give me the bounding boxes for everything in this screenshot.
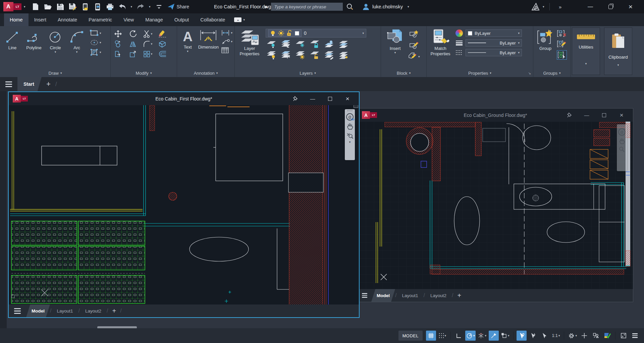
layer-properties-button[interactable]: Layer Properties (237, 29, 262, 60)
ribbon-tab-output[interactable]: Output (169, 13, 195, 26)
window-ground-minimize-button[interactable]: — (578, 109, 595, 122)
close-button[interactable]: × (621, 0, 641, 13)
navbar1-steering-wheel-icon[interactable]: @2D (346, 113, 354, 121)
selection-cycling-toggle[interactable] (517, 331, 527, 341)
save-to-web-mobile-icon[interactable] (94, 3, 102, 11)
graphics-performance-button[interactable] (602, 331, 612, 341)
offset-button[interactable] (158, 50, 167, 58)
navbar2-pan-icon[interactable] (619, 138, 625, 144)
properties-dialog-launcher-icon[interactable]: ↘ (528, 71, 531, 75)
ribbon-tab-parametric[interactable]: Parametric (83, 13, 118, 26)
annotation-autoscale-toggle[interactable] (539, 331, 549, 341)
title-expand-arrow-icon[interactable]: ▶ (265, 5, 268, 9)
layer-unlock-icon[interactable] (287, 30, 292, 36)
match-properties-button[interactable]: Match Properties (429, 29, 452, 56)
group-edit-button[interactable] (557, 40, 567, 48)
lineweight-dropdown[interactable]: ByLayer ▾ (466, 39, 522, 47)
navbar1-pan-icon[interactable] (346, 123, 353, 130)
layer-color-swatch[interactable] (295, 31, 299, 36)
fillet-button[interactable]: ▾ (143, 40, 153, 48)
layer-match-button[interactable] (338, 40, 348, 49)
ribbon-tab-collaborate[interactable]: Collaborate (195, 13, 231, 26)
file-tab-menu-icon[interactable] (0, 77, 17, 91)
undo-icon[interactable] (118, 3, 126, 11)
window-first-floor[interactable]: A LT Eco Cabin_First Floor.dwg* — × (8, 91, 360, 318)
workspace-settings-gear[interactable]: ▾ (567, 331, 578, 341)
app-menu-chevron-icon[interactable]: ▾ (24, 5, 25, 8)
clean-screen-button[interactable] (619, 331, 629, 341)
first-new-layout-button[interactable]: + (108, 304, 120, 317)
save-as-icon[interactable] (69, 3, 77, 11)
ground-tab-layout1[interactable]: Layout1 (396, 289, 423, 302)
navbar2-zoom-icon[interactable] (619, 146, 625, 152)
linear-dimension-chevron-icon[interactable]: ▾ (231, 31, 232, 35)
scale-button[interactable] (129, 50, 137, 58)
undo-chevron-icon[interactable]: ▾ (131, 5, 132, 8)
leader-button[interactable]: ▾ (221, 38, 232, 45)
window-first-tab-menu-icon[interactable] (9, 304, 26, 317)
open-file-icon[interactable] (44, 3, 52, 11)
layer-thaw-sun-icon[interactable] (278, 30, 284, 36)
move-button[interactable] (114, 30, 122, 38)
circle-chevron-icon[interactable]: ▾ (55, 51, 56, 54)
open-from-web-mobile-icon[interactable] (81, 3, 89, 11)
edit-block-button[interactable] (408, 41, 420, 50)
navbar2-grip[interactable] (619, 125, 625, 126)
window-ground-navigation-bar[interactable]: @ (617, 124, 627, 171)
edit-attributes-button[interactable]: ▾ (408, 52, 420, 61)
ribbon-display-toggle-icon[interactable]: ▴ (234, 17, 241, 22)
text-chevron-icon[interactable]: ▾ (187, 50, 189, 53)
restore-button[interactable] (600, 0, 621, 13)
window-ground-floor[interactable]: A LT Eco Cabin_Ground Floor.dwg* — × (358, 108, 633, 302)
redo-chevron-icon[interactable]: ▾ (149, 5, 151, 8)
window-first-maximize-button[interactable] (321, 92, 339, 105)
crosshair-customization-button[interactable] (579, 331, 589, 341)
ellipse-chevron-icon[interactable]: ▾ (100, 41, 101, 44)
group-button[interactable]: Group (536, 29, 555, 60)
model-canvas-first[interactable] (9, 105, 359, 304)
first-tab-layout1[interactable]: Layout1 (51, 304, 78, 317)
autodesk-logo-icon[interactable] (532, 3, 540, 11)
create-block-button[interactable] (408, 29, 420, 38)
expand-toolbar-icon[interactable]: » (559, 0, 562, 13)
plot-icon[interactable] (106, 3, 114, 11)
ungroup-button[interactable] (557, 29, 567, 38)
trim-button[interactable]: ▾ (143, 30, 153, 38)
window-first-content[interactable]: @2D ▾ (9, 105, 359, 304)
linetype-icon[interactable] (455, 50, 463, 55)
hatch-button[interactable]: ▾ (90, 48, 101, 56)
rectangle-chevron-icon[interactable]: ▾ (100, 32, 101, 35)
window-first-close-button[interactable]: × (339, 92, 356, 105)
isometric-drafting-toggle[interactable]: ▾ (477, 331, 487, 341)
ribbon-tab-insert[interactable]: Insert (29, 13, 52, 26)
panel-draw-label[interactable]: Draw▾ (0, 71, 110, 76)
first-tab-model[interactable]: Model (26, 304, 50, 317)
panel-properties-label[interactable]: Properties▾↘ (427, 71, 533, 76)
ground-tab-model[interactable]: Model (371, 289, 395, 302)
navbar1-chevron-icon[interactable]: ▾ (349, 141, 351, 144)
stretch-button[interactable] (114, 50, 122, 58)
ribbon-tab-home[interactable]: Home (4, 13, 29, 26)
layer-on-button[interactable] (266, 51, 276, 60)
object-color-dropdown[interactable]: ByLayer ▾ (466, 29, 522, 37)
ribbon-display-chevron-icon[interactable]: ▾ (243, 18, 245, 21)
ribbon-tab-view[interactable]: View (118, 13, 140, 26)
insert-block-button[interactable]: Insert ▾ (385, 29, 405, 61)
clipboard-tile-button[interactable]: Clipboard ▾ (604, 27, 632, 75)
qat-customize-icon[interactable] (155, 3, 163, 11)
user-menu-chevron-icon[interactable]: ▾ (408, 5, 409, 8)
ground-new-layout-button[interactable]: + (453, 289, 465, 302)
line-button[interactable]: Line (2, 29, 23, 56)
utilities-tile-button[interactable]: Utilities ▾ (572, 27, 600, 75)
username[interactable]: luke.cholmsky (372, 4, 403, 9)
object-snap-tracking-toggle[interactable] (489, 331, 499, 341)
panel-groups-label[interactable]: Groups▾ (533, 71, 571, 76)
linetype-dropdown[interactable]: ByLayer ▾ (466, 49, 522, 56)
ribbon-tab-manage[interactable]: Manage (140, 13, 168, 26)
window-ground-content[interactable]: @ (358, 122, 633, 289)
layer-freeze-button[interactable] (295, 40, 305, 49)
layer-off-button[interactable] (266, 40, 276, 49)
utilities-chevron-icon[interactable]: ▾ (585, 62, 587, 65)
window-ground-pin-icon[interactable] (560, 109, 578, 122)
autodesk-menu-chevron-icon[interactable]: ▾ (543, 5, 544, 8)
